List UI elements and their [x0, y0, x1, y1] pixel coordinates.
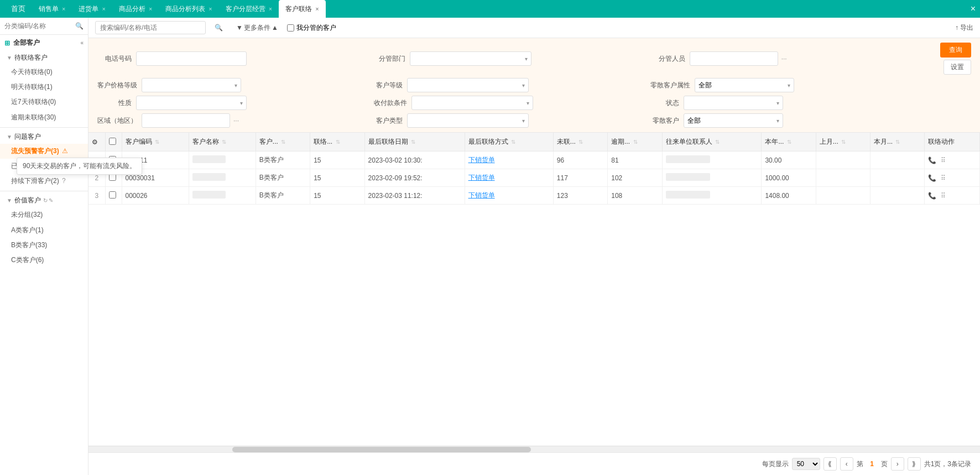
warning-icon: ⚠: [62, 147, 68, 155]
filter-retail-customer-select[interactable]: 全部 ▾: [684, 113, 783, 128]
nav-home[interactable]: 首页: [4, 0, 32, 18]
th-checkbox[interactable]: [105, 133, 122, 152]
th-name[interactable]: 客户名称 ⇅: [189, 133, 256, 152]
sidebar-item-ungroup[interactable]: 未分组(32): [0, 207, 88, 222]
tab-customer-tier[interactable]: 客户分层经营 ×: [219, 0, 279, 18]
row-method-1[interactable]: 下销货单: [465, 152, 553, 169]
filter-retail-customer-label: 零散客户: [650, 116, 684, 126]
th-this-month[interactable]: 本月... ⇅: [870, 133, 925, 152]
page-first-button[interactable]: ⟪: [823, 457, 837, 471]
filter-customer-level-select[interactable]: ▾: [407, 78, 529, 92]
filter-payment-select[interactable]: ▾: [411, 96, 533, 110]
group-problem-customers[interactable]: ▼ 问题客户: [0, 130, 88, 144]
filter-dept-select[interactable]: ▾: [410, 51, 531, 66]
sidebar-search-input[interactable]: [4, 22, 75, 30]
filter-price-level-select[interactable]: ▾: [142, 78, 241, 92]
edit-icon[interactable]: ✎: [49, 197, 53, 203]
row-checkbox-3[interactable]: [105, 187, 122, 205]
filter-person-input[interactable]: [690, 51, 778, 66]
tab-customer-contact[interactable]: 客户联络 ×: [279, 0, 325, 18]
sidebar-item-tomorrow[interactable]: 明天待联络(1): [0, 80, 88, 95]
th-uncontact[interactable]: 未联... ⇅: [553, 133, 607, 152]
filter-person: 分管人员 ···: [656, 51, 936, 66]
th-contact-count[interactable]: 联络... ⇅: [310, 133, 364, 152]
close-tab-sales[interactable]: ×: [62, 6, 65, 12]
search-button[interactable]: 🔍: [210, 22, 227, 33]
more-action-icon[interactable]: ⠿: [941, 156, 946, 164]
row-action-1[interactable]: 📞 ⠿: [925, 152, 980, 169]
th-year[interactable]: 本年... ⇅: [762, 133, 816, 152]
page-prev-button[interactable]: ‹: [840, 457, 853, 471]
sidebar-item-7days[interactable]: 近7天待联络(0): [0, 95, 88, 109]
sidebar-item-c-class[interactable]: C类客户(6): [0, 253, 88, 268]
sidebar-collapse-icon[interactable]: «: [80, 40, 84, 46]
th-action: 联络动作: [925, 133, 980, 152]
horizontal-scrollbar[interactable]: [88, 446, 980, 452]
sidebar-item-a-class[interactable]: A类客户(1): [0, 223, 88, 238]
page-next-button[interactable]: ›: [891, 457, 904, 471]
sidebar-item-declining[interactable]: 持续下滑客户(2) ?: [0, 174, 88, 189]
sidebar-search-area: 🔍: [0, 18, 88, 35]
filter-retail-attr-select[interactable]: 全部 ▾: [695, 78, 794, 92]
row-thismonth-1: [870, 152, 925, 169]
th-settings[interactable]: ⚙: [88, 133, 105, 152]
filter-nature-select[interactable]: ▾: [136, 96, 247, 110]
filter-region-ellipsis[interactable]: ···: [230, 117, 242, 124]
filter-phone-input[interactable]: [136, 51, 247, 66]
sidebar-search-icon[interactable]: 🔍: [75, 22, 84, 30]
page-last-button[interactable]: ⟫: [908, 457, 921, 471]
filter-person-ellipsis[interactable]: ···: [778, 55, 790, 62]
sidebar-item-b-class[interactable]: B类客户(33): [0, 238, 88, 253]
my-customers-checkbox[interactable]: [287, 24, 294, 32]
close-tab-analysis[interactable]: ×: [149, 6, 152, 12]
group-value-customers[interactable]: ▼ 价值客户 ↻ ✎: [0, 194, 88, 207]
select-all-checkbox[interactable]: [109, 138, 116, 145]
filter-icon: ▼: [236, 24, 243, 32]
tab-analysis-list[interactable]: 商品分析列表 ×: [159, 0, 218, 18]
close-tab-customer-contact[interactable]: ×: [315, 6, 319, 12]
all-customers-header[interactable]: ⊞ 全部客户 «: [0, 35, 88, 51]
row-method-3[interactable]: 下销货单: [465, 187, 553, 205]
filter-region-input[interactable]: [142, 113, 230, 128]
phone-icon2[interactable]: 📞: [928, 174, 936, 182]
export-button[interactable]: ↑ 导出: [955, 23, 973, 33]
tab-analysis[interactable]: 商品分析 ×: [112, 0, 159, 18]
row-lastmonth-2: [816, 169, 870, 187]
row-method-2[interactable]: 下销货单: [465, 169, 553, 187]
th-type[interactable]: 客户... ⇅: [256, 133, 310, 152]
row-action-2[interactable]: 📞 ⠿: [925, 169, 980, 187]
tab-sales[interactable]: 销售单 ×: [32, 0, 72, 18]
row-type-1: B类客户: [256, 152, 310, 169]
filter-search-input[interactable]: [95, 21, 206, 34]
close-tab-customer-tier[interactable]: ×: [269, 6, 272, 12]
filter-status-select[interactable]: ▾: [684, 96, 783, 110]
th-overdue[interactable]: 逾期... ⇅: [608, 133, 662, 152]
sidebar-item-overdue[interactable]: 逾期未联络(30): [0, 110, 88, 125]
more-action-icon3[interactable]: ⠿: [941, 192, 946, 200]
filter-nature: 性质 ▾: [97, 96, 374, 110]
filter-customer-type-select[interactable]: ▾: [407, 113, 529, 128]
th-code[interactable]: 客户编码 ⇅: [122, 133, 189, 152]
th-last-method[interactable]: 最后联络方式 ⇅: [465, 133, 553, 152]
row-overdue-3: 108: [608, 187, 662, 205]
window-close-icon[interactable]: ×: [971, 4, 976, 14]
close-tab-analysis-list[interactable]: ×: [208, 6, 212, 12]
settings-button[interactable]: 设置: [943, 60, 971, 75]
row-action-3[interactable]: 📞 ⠿: [925, 187, 980, 205]
more-action-icon2[interactable]: ⠿: [941, 174, 946, 182]
more-conditions-button[interactable]: ▼ 更多条件 ▲: [232, 22, 283, 34]
phone-icon[interactable]: 📞: [928, 156, 936, 164]
th-liaison[interactable]: 往来单位联系人 ⇅: [662, 133, 762, 152]
group-pending-contact[interactable]: ▼ 待联络客户: [0, 51, 88, 65]
sidebar-item-churn-warning[interactable]: 流失预警客户(3) ⚠: [0, 144, 88, 159]
close-tab-purchase[interactable]: ×: [102, 6, 105, 12]
th-last-date[interactable]: 最后联络日期 ⇅: [364, 133, 465, 152]
query-button[interactable]: 查询: [940, 43, 971, 58]
sidebar-item-today[interactable]: 今天待联络(0): [0, 65, 88, 80]
refresh-icon[interactable]: ↻: [43, 197, 48, 203]
th-last-month[interactable]: 上月... ⇅: [816, 133, 870, 152]
scrollbar-thumb[interactable]: [232, 447, 531, 452]
per-page-select[interactable]: 50 100 200: [792, 458, 820, 470]
tab-purchase[interactable]: 进货单 ×: [72, 0, 112, 18]
phone-icon3[interactable]: 📞: [928, 192, 936, 200]
